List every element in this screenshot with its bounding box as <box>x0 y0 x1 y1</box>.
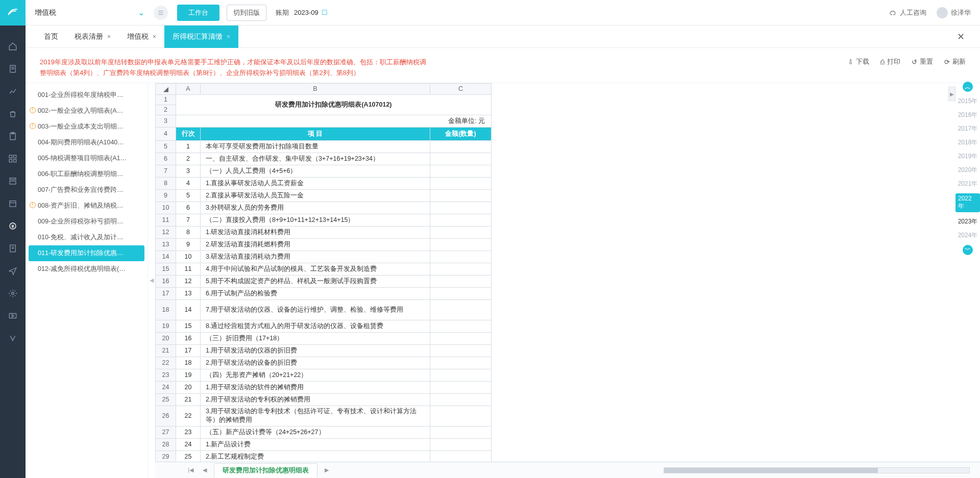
row-header[interactable]: 11 <box>156 214 176 226</box>
cell-index[interactable]: 20 <box>176 381 201 393</box>
close-icon[interactable]: × <box>153 33 156 40</box>
cell-index[interactable]: 9 <box>176 238 201 250</box>
cell-item[interactable]: 5.用于不构成固定资产的样品、样机及一般测试手段购置费 <box>201 275 430 287</box>
cell-index[interactable]: 14 <box>176 299 201 320</box>
cell-amount[interactable] <box>430 140 492 153</box>
form-list-item[interactable]: 012-减免所得税优惠明细表(… <box>26 261 148 277</box>
row-header[interactable]: 14 <box>156 250 176 263</box>
cell-index[interactable]: 19 <box>176 369 201 381</box>
rail-doc-icon[interactable] <box>7 63 18 74</box>
form-list-item[interactable]: 011-研发费用加计扣除优惠… <box>29 245 144 261</box>
cell-item[interactable]: 4.用于中间试验和产品试制的模具、工艺装备开发及制造费 <box>201 263 430 275</box>
cell-item[interactable]: 1.新产品设计费 <box>201 438 430 450</box>
row-header[interactable]: 4 <box>156 127 176 140</box>
collapse-sidebar-toggle[interactable]: ◀ <box>148 83 155 478</box>
cell-item[interactable]: 2.新工艺规程制定费 <box>201 450 430 462</box>
row-header[interactable]: 2 <box>156 105 176 115</box>
rail-template-icon[interactable] <box>7 175 18 187</box>
sheet-tab[interactable]: 研发费用加计扣除优惠明细表 <box>214 463 317 477</box>
cell-index[interactable]: 13 <box>176 287 201 299</box>
cell-item[interactable]: （三）折旧费用（17+18） <box>201 332 430 344</box>
rail-v-icon[interactable] <box>7 333 18 344</box>
row-header[interactable]: 19 <box>156 320 176 332</box>
form-list-item[interactable]: 010-免税、减计收入及加计… <box>26 230 148 245</box>
cell-amount[interactable] <box>430 177 492 189</box>
cell-index[interactable]: 10 <box>176 250 201 263</box>
year-option[interactable]: 2018年 <box>958 138 978 147</box>
cell-item[interactable]: 3.外聘研发人员的劳务费用 <box>201 202 430 214</box>
cell-index[interactable]: 12 <box>176 275 201 287</box>
cell-item[interactable]: （四）无形资产摊销（20+21+22） <box>201 369 430 381</box>
row-header[interactable]: 15 <box>156 263 176 275</box>
form-list-item[interactable]: 001-企业所得税年度纳税申… <box>26 87 148 103</box>
cell-amount[interactable] <box>430 263 492 275</box>
tab-3[interactable]: 所得税汇算清缴× <box>164 26 238 48</box>
tab-1[interactable]: 税表清册× <box>66 26 119 48</box>
rail-send-icon[interactable] <box>7 265 18 276</box>
list-icon-button[interactable] <box>154 6 168 20</box>
rail-clipboard-icon[interactable] <box>7 131 18 142</box>
cell-index[interactable]: 16 <box>176 332 201 344</box>
rail-settings-icon[interactable] <box>7 288 18 299</box>
row-header[interactable]: 21 <box>156 344 176 357</box>
cell-amount[interactable] <box>430 357 492 369</box>
user-menu[interactable]: 徐泽华 <box>937 7 971 18</box>
cell-index[interactable]: 6 <box>176 202 201 214</box>
cell-index[interactable]: 15 <box>176 320 201 332</box>
expand-right-panel-toggle[interactable]: ▶ <box>948 87 955 101</box>
cell-index[interactable]: 7 <box>176 214 201 226</box>
cell-index[interactable]: 2 <box>176 153 201 165</box>
year-option[interactable]: 2022年 <box>955 193 980 212</box>
cell-amount[interactable] <box>430 226 492 238</box>
row-header[interactable]: 23 <box>156 369 176 381</box>
row-header[interactable]: 17 <box>156 287 176 299</box>
row-header[interactable]: 22 <box>156 357 176 369</box>
cell-item[interactable]: 本年可享受研发费用加计扣除项目数量 <box>201 140 430 153</box>
row-header[interactable]: 12 <box>156 226 176 238</box>
rail-home-icon[interactable] <box>7 41 18 52</box>
period-picker[interactable]: 2023-09 ☐ <box>294 9 328 16</box>
cell-amount[interactable] <box>430 275 492 287</box>
cell-item[interactable]: 2.用于研发活动的专利权的摊销费用 <box>201 393 430 406</box>
col-header-a[interactable]: A <box>176 83 201 94</box>
row-header[interactable]: 16 <box>156 275 176 287</box>
year-option[interactable]: 2017年 <box>958 124 978 133</box>
cell-item[interactable]: 2.直接从事研发活动人员五险一金 <box>201 189 430 202</box>
switch-old-button[interactable]: 切到旧版 <box>227 5 266 21</box>
tab-0[interactable]: 首页 <box>36 26 66 48</box>
cell-index[interactable]: 5 <box>176 189 201 202</box>
module-selector[interactable]: 增值税 ⌄ <box>35 8 144 17</box>
cell-amount[interactable] <box>430 320 492 332</box>
rail-money-icon[interactable] <box>7 220 18 232</box>
rail-chart-icon[interactable] <box>7 86 18 97</box>
row-header[interactable]: 26 <box>156 406 176 426</box>
form-list-item[interactable]: !008-资产折旧、摊销及纳税… <box>26 198 148 214</box>
year-option[interactable]: 2019年 <box>958 152 978 161</box>
row-header[interactable]: 24 <box>156 381 176 393</box>
rail-bag-icon[interactable] <box>7 108 18 119</box>
tab-2[interactable]: 增值税× <box>119 26 164 48</box>
cell-amount[interactable] <box>430 202 492 214</box>
year-option[interactable]: 2015年 <box>958 97 978 106</box>
col-header-b[interactable]: B <box>201 83 430 94</box>
reset-button[interactable]: ↺重置 <box>912 57 933 66</box>
cell-amount[interactable] <box>430 214 492 226</box>
cell-index[interactable]: 25 <box>176 450 201 462</box>
close-icon[interactable]: × <box>227 33 230 40</box>
cell-item[interactable]: 3.研发活动直接消耗动力费用 <box>201 250 430 263</box>
cell-item[interactable]: （一）人员人工费用（4+5+6） <box>201 165 430 177</box>
cell-index[interactable]: 18 <box>176 357 201 369</box>
sheettab-prev-icon[interactable]: ◀ <box>201 467 209 473</box>
cell-amount[interactable] <box>430 153 492 165</box>
refresh-button[interactable]: ⟳刷新 <box>944 57 966 66</box>
close-icon[interactable]: × <box>107 33 111 40</box>
form-list-item[interactable]: 009-企业所得税弥补亏损明… <box>26 214 148 230</box>
cell-amount[interactable] <box>430 369 492 381</box>
form-list-item[interactable]: !003-一般企业成本支出明细… <box>26 119 148 135</box>
cell-index[interactable]: 17 <box>176 344 201 357</box>
rail-grid-icon[interactable] <box>7 153 18 164</box>
row-header[interactable]: 6 <box>156 153 176 165</box>
row-header[interactable]: 18 <box>156 299 176 320</box>
cell-item[interactable]: （二）直接投入费用（8+9+10+11+12+13+14+15） <box>201 214 430 226</box>
cell-index[interactable]: 8 <box>176 226 201 238</box>
